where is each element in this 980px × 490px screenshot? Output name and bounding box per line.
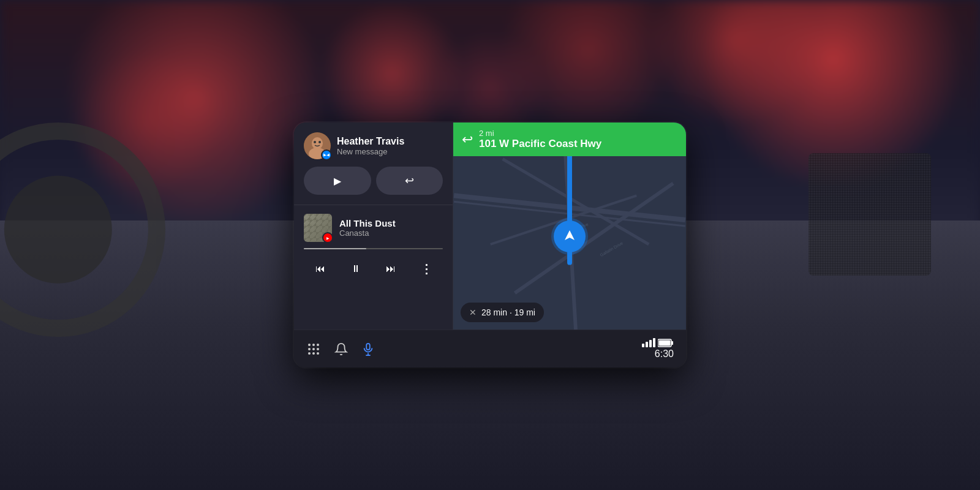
svg-point-17 — [312, 344, 315, 346]
bottom-left-icons — [306, 342, 375, 356]
eta-card: ✕ 28 min · 19 mi — [461, 303, 544, 322]
message-label: New message — [337, 147, 404, 156]
time-display: 6:30 — [655, 349, 674, 360]
avatar-container — [304, 132, 331, 159]
more-icon: ⋮ — [420, 263, 432, 275]
svg-point-18 — [317, 344, 319, 346]
play-icon: ▶ — [334, 175, 341, 187]
svg-point-22 — [308, 352, 311, 355]
display-content: Heather Travis New message ▶ ↩ — [294, 123, 686, 330]
eta-time: 28 min — [481, 307, 507, 317]
signal-bar-4 — [653, 338, 655, 347]
signal-bars — [642, 338, 655, 347]
svg-point-19 — [308, 348, 311, 350]
notification-header: Heather Travis New message — [304, 132, 443, 159]
svg-marker-15 — [565, 230, 575, 240]
album-art — [304, 214, 332, 242]
map-panel[interactable]: Cantilon Drive Gallatin Drive ↩ 2 mi 101… — [453, 123, 686, 330]
nav-distance: 2 mi — [479, 129, 601, 138]
signal-bar-3 — [649, 340, 652, 347]
navigation-arrow — [554, 221, 586, 252]
svg-point-3 — [314, 141, 316, 143]
music-info: All This Dust Canasta — [339, 218, 396, 238]
notification-text: Heather Travis New message — [337, 136, 404, 156]
bottom-bar: 6:30 — [294, 330, 686, 368]
music-card: All This Dust Canasta ⏮ ⏸ ⏭ — [294, 205, 453, 330]
reply-message-button[interactable]: ↩ — [376, 167, 443, 195]
progress-bar[interactable] — [304, 248, 443, 249]
navigation-card: ↩ 2 mi 101 W Pacific Coast Hwy — [453, 123, 686, 156]
next-icon: ⏭ — [386, 263, 396, 274]
nav-info: 2 mi 101 W Pacific Coast Hwy — [479, 129, 601, 150]
turn-arrow-icon: ↩ — [462, 132, 473, 148]
status-row — [642, 338, 674, 347]
pause-icon: ⏸ — [351, 263, 361, 274]
svg-point-16 — [308, 344, 311, 346]
signal-bar-2 — [646, 342, 648, 347]
artist-name: Canasta — [339, 228, 396, 238]
progress-fill — [304, 248, 366, 249]
track-name: All This Dust — [339, 218, 396, 228]
next-track-button[interactable]: ⏭ — [375, 255, 408, 282]
music-header: All This Dust Canasta — [304, 214, 443, 242]
speaker-grille — [809, 153, 931, 276]
notification-card: Heather Travis New message ▶ ↩ — [294, 123, 453, 205]
svg-point-23 — [312, 352, 315, 355]
pause-button[interactable]: ⏸ — [339, 255, 372, 282]
status-area: 6:30 — [642, 338, 674, 360]
battery-icon — [658, 339, 674, 347]
prev-icon: ⏮ — [315, 263, 325, 274]
nav-street: 101 W Pacific Coast Hwy — [479, 138, 601, 150]
music-source-badge — [322, 232, 332, 242]
action-buttons: ▶ ↩ — [304, 167, 443, 195]
eta-info: 28 min · 19 mi — [481, 307, 535, 317]
svg-rect-25 — [366, 343, 370, 349]
apps-button[interactable] — [306, 342, 321, 356]
notifications-button[interactable] — [334, 342, 348, 356]
svg-rect-30 — [659, 340, 671, 345]
svg-point-4 — [318, 141, 321, 143]
more-options-button[interactable]: ⋮ — [410, 255, 443, 282]
eta-distance: 19 mi — [514, 307, 535, 317]
eta-separator: · — [510, 307, 514, 317]
nav-arrow-circle — [554, 221, 586, 252]
reply-icon: ↩ — [405, 174, 414, 187]
svg-point-21 — [317, 348, 319, 350]
signal-bar-1 — [642, 344, 644, 347]
messenger-badge — [321, 149, 332, 160]
svg-point-24 — [317, 352, 319, 355]
play-message-button[interactable]: ▶ — [304, 167, 371, 195]
android-auto-display: Heather Travis New message ▶ ↩ — [294, 123, 686, 368]
contact-name: Heather Travis — [337, 136, 404, 147]
prev-track-button[interactable]: ⏮ — [304, 255, 337, 282]
music-controls: ⏮ ⏸ ⏭ ⋮ — [304, 255, 443, 282]
eta-close-button[interactable]: ✕ — [469, 307, 477, 317]
microphone-button[interactable] — [361, 342, 375, 356]
svg-rect-29 — [671, 341, 673, 345]
left-panel: Heather Travis New message ▶ ↩ — [294, 123, 453, 330]
svg-point-20 — [312, 348, 315, 350]
